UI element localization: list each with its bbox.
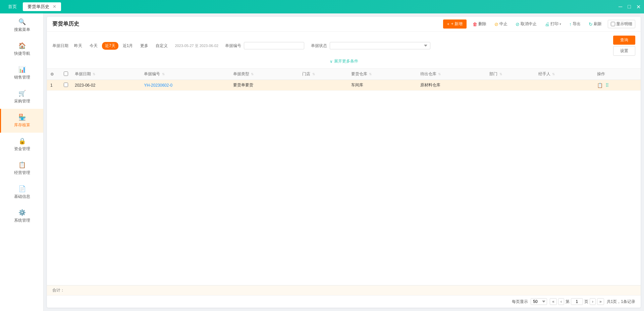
date-btn-more[interactable]: 更多 [137,42,151,50]
date-btn-7days[interactable]: 近7天 [102,42,118,50]
sidebar-item-operations[interactable]: 📋 经营管理 [0,157,43,180]
date-btn-yesterday[interactable]: 昨天 [71,42,85,50]
print-dropdown-icon: ▾ [559,22,561,26]
refresh-button[interactable]: ↻ 刷新 [587,20,604,28]
prev-page-btn[interactable]: ‹ [558,298,564,305]
top-bar: 首页 要货单历史 ✕ ─ □ ✕ [0,0,644,13]
col-handler: 经手人 ⇅ [535,69,594,80]
finance-icon: 🔒 [18,137,26,145]
more-action-icon[interactable]: ⠿ [605,83,609,88]
tab-close-icon[interactable]: ✕ [53,4,56,9]
expand-icon: ∨ [330,59,333,64]
display-detail-button[interactable]: 显示明细 [608,20,635,28]
refresh-icon: ↻ [589,21,593,27]
date-filter-label: 单据日期 [52,43,68,49]
sidebar: 🔍 搜索菜单 🏠 快捷导航 📊 销售管理 🛒 采购管理 🏪 库存核算 🔒 资金管… [0,13,44,311]
date-btn-today[interactable]: 今天 [87,42,101,50]
summary-label: 合计： [52,288,64,293]
maximize-icon[interactable]: □ [628,4,631,10]
bill-no-label: 单据编号 [225,43,241,49]
sort-handler-icon[interactable]: ⇅ [552,72,555,76]
sort-dept-icon[interactable]: ⇅ [499,72,502,76]
last-page-btn[interactable]: » [597,298,604,305]
minimize-icon[interactable]: ─ [619,4,622,10]
next-page-btn[interactable]: › [590,298,596,305]
sidebar-item-system[interactable]: ⚙️ 系统管理 [0,204,43,228]
cell-req-warehouse: 车间库 [348,80,417,91]
page-number-input[interactable] [571,298,583,305]
table-footer: 合计： [47,285,641,295]
bill-no-input[interactable] [244,42,304,49]
table-container: ⚙ 单据日期 ⇅ 单据编号 ⇅ [47,69,641,285]
filter-row: 单据日期 昨天 今天 近7天 近1月 更多 自定义 2023-05-27 至 2… [52,36,635,56]
cancel-stop-button[interactable]: ⊘ 取消中止 [514,20,539,28]
filter-area: 单据日期 昨天 今天 近7天 近1月 更多 自定义 2023-05-27 至 2… [47,32,641,69]
sales-icon: 📊 [18,66,26,73]
content-wrapper: 要货单历史 + + 新增 🗑 删除 ⊘ 中止 ⊘ [47,17,641,308]
new-icon: + [447,22,449,27]
cell-pending-warehouse: 原材料仓库 [417,80,486,91]
col-date: 单据日期 ⇅ [71,69,141,80]
col-checkbox [60,69,71,80]
settings-gear-icon[interactable]: ⚙ [50,72,54,77]
date-range-display: 2023-05-27 至 2023-06-02 [175,43,218,48]
bill-no-link[interactable]: YH-20230602-0 [144,83,172,88]
close-icon[interactable]: ✕ [636,4,641,10]
display-detail-checkbox[interactable] [611,22,615,26]
date-btn-1month[interactable]: 近1月 [120,42,136,50]
edit-action-icon[interactable]: 📋 [597,83,603,88]
bill-no-filter-group: 单据编号 [225,42,304,49]
sort-pendwh-icon[interactable]: ⇅ [438,72,441,76]
tab-bill-history[interactable]: 要货单历史 ✕ [23,2,61,11]
table-row: 1 2023-06-02 YH-20230602-0 要货单要货 车间库 [47,80,641,91]
sort-billtype-icon[interactable]: ⇅ [251,72,254,76]
date-btn-custom[interactable]: 自定义 [153,42,171,50]
sort-store-icon[interactable]: ⇅ [312,72,315,76]
sidebar-item-purchase[interactable]: 🛒 采购管理 [0,85,43,109]
col-bill-type: 单据类型 ⇅ [230,69,299,80]
page-size-select[interactable]: 50 20 100 200 [531,298,547,305]
settings-button[interactable]: 设置 [613,46,635,56]
cell-store [299,80,347,91]
row-checkbox[interactable] [64,83,68,87]
page-unit: 页 [584,299,588,305]
pagination-bar: 每页显示 50 20 100 200 « ‹ 第 页 › » 共1页，1条记录 [47,295,641,308]
delete-button[interactable]: 🗑 删除 [471,20,488,28]
select-all-checkbox[interactable] [64,72,68,76]
col-pending-warehouse: 待出仓库 ⇅ [417,69,486,80]
expand-more-btn[interactable]: ∨ 展开更多条件 [52,58,635,64]
cell-department [486,80,535,91]
action-icons: 📋 ⠿ [597,83,637,88]
sidebar-item-search-menu[interactable]: 🔍 搜索菜单 [0,13,43,37]
print-button[interactable]: 🖨 打印 ▾ [543,20,563,28]
export-button[interactable]: ↑ 导出 [567,20,583,28]
sort-date-icon[interactable]: ⇅ [93,72,95,76]
export-icon: ↑ [569,21,572,27]
bill-status-label: 单据状态 [311,43,327,49]
first-page-btn[interactable]: « [550,298,557,305]
date-filter-group: 单据日期 昨天 今天 近7天 近1月 更多 自定义 2023-05-27 至 2… [52,42,218,50]
new-button[interactable]: + + 新增 [443,19,467,29]
sidebar-item-finance[interactable]: 🔒 资金管理 [0,133,43,157]
print-icon: 🖨 [545,21,549,27]
query-button[interactable]: 查询 [613,36,635,45]
sidebar-item-inventory[interactable]: 🏪 库存核算 [0,109,43,133]
total-info: 共1页，1条记录 [607,299,635,305]
system-icon: ⚙️ [18,209,26,216]
page-header: 要货单历史 + + 新增 🗑 删除 ⊘ 中止 ⊘ [47,17,641,32]
col-req-warehouse: 要货仓库 ⇅ [348,69,417,80]
sort-billno-icon[interactable]: ⇅ [162,72,165,76]
col-bill-no: 单据编号 ⇅ [141,69,230,80]
base-info-icon: 📄 [18,185,26,192]
bill-status-select[interactable] [330,42,430,49]
sidebar-item-base-info[interactable]: 📄 基础信息 [0,180,43,204]
col-actions: 操作 [594,69,641,80]
sidebar-item-quick-nav[interactable]: 🏠 快捷导航 [0,37,43,61]
current-page-label: 第 [566,299,570,305]
page-nav: « ‹ 第 页 › » [550,298,604,305]
tab-home[interactable]: 首页 [3,2,21,11]
col-settings: ⚙ [47,69,60,80]
sidebar-item-sales[interactable]: 📊 销售管理 [0,61,43,85]
sort-reqwh-icon[interactable]: ⇅ [369,72,372,76]
stop-button[interactable]: ⊘ 中止 [492,20,509,28]
